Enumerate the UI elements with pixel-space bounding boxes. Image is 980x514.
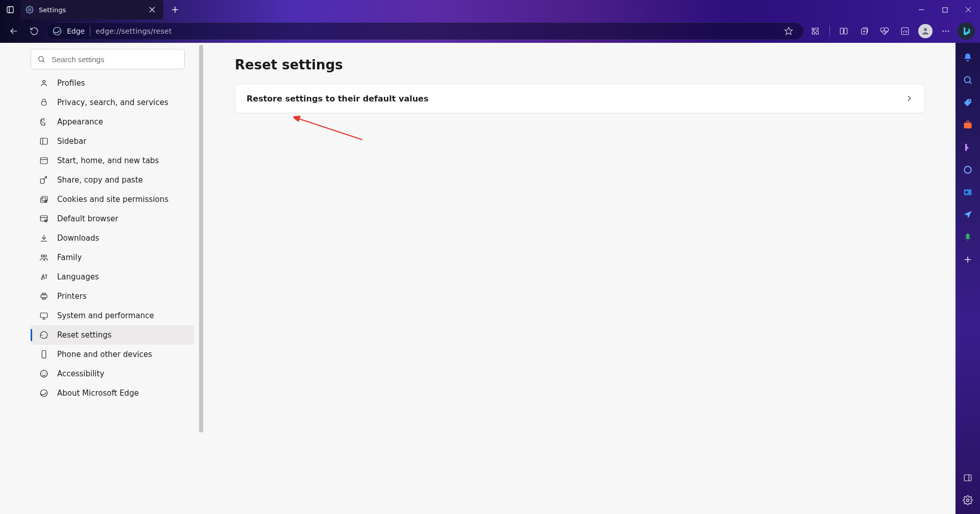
m365-icon [963,165,973,175]
downloads-icon [39,233,49,243]
svg-point-65 [965,191,968,194]
svg-rect-46 [41,295,47,298]
svg-point-61 [969,100,970,101]
window-controls [910,0,980,19]
svg-point-23 [945,31,946,32]
svg-point-45 [44,255,47,258]
nav-item-privacy[interactable]: Privacy, search, and services [31,93,194,112]
nav-item-cookies[interactable]: Cookies and site permissions [31,190,194,209]
arrow-left-icon [9,27,18,36]
nav-item-label: Reset settings [57,330,112,340]
profiles-icon [39,78,49,88]
tab-actions-button[interactable] [0,0,20,19]
sidebar-hide-button[interactable] [961,471,974,484]
nav-item-system[interactable]: System and performance [31,306,194,325]
svg-point-55 [42,373,43,374]
profile-button[interactable] [917,22,934,40]
titlebar: Settings [0,0,980,19]
math-solver-button[interactable]: √x [896,22,914,40]
nav-item-label: System and performance [57,311,154,320]
back-button[interactable] [5,22,22,40]
nav-item-label: Start, home, and new tabs [57,156,159,165]
svg-point-71 [967,499,969,502]
settings-search[interactable] [31,49,185,69]
copilot-button[interactable] [958,22,975,40]
refresh-button[interactable] [26,22,43,40]
split-screen-icon [839,27,848,36]
window-minimize-button[interactable] [910,0,933,19]
svg-rect-8 [943,8,947,12]
sidebar-outlook-button[interactable] [961,186,974,199]
nav-item-printers[interactable]: Printers [31,287,194,306]
nav-item-phone[interactable]: Phone and other devices [31,345,194,364]
sidebar-scrollbar[interactable] [198,43,204,514]
restore-defaults-option[interactable]: Restore settings to their default values [235,84,925,113]
tab-title: Settings [39,6,141,14]
sidebar-games-button[interactable] [961,141,974,154]
browser-tab-settings[interactable]: Settings [20,0,163,19]
sidebar-search-button[interactable] [961,73,974,87]
minimize-icon [918,7,924,13]
languages-icon [39,272,49,282]
extensions-button[interactable] [807,22,824,40]
sidebar-shopping-button[interactable] [961,96,974,109]
nav-item-label: Printers [57,292,87,301]
nav-item-start-home[interactable]: Start, home, and new tabs [31,151,194,170]
nav-item-family[interactable]: Family [31,248,194,267]
nav-item-about[interactable]: About Microsoft Edge [31,383,194,403]
svg-point-27 [43,81,45,83]
tab-close-button[interactable] [146,4,158,16]
sidebar-efficiency-button[interactable] [961,230,974,244]
window-maximize-button[interactable] [933,0,957,19]
split-screen-button[interactable] [835,22,852,40]
browser-essentials-button[interactable] [876,22,893,40]
svg-point-59 [964,76,970,83]
svg-rect-69 [964,475,971,481]
sidebar-notifications-button[interactable] [961,51,974,64]
nav-item-accessibility[interactable]: Accessibility [31,364,194,383]
avatar [918,24,933,38]
more-button[interactable] [937,22,954,40]
nav-item-languages[interactable]: Languages [31,267,194,287]
default-browser-icon [39,214,49,224]
bell-icon [963,53,973,63]
puzzle-icon [811,27,820,36]
favorite-button[interactable] [780,22,797,40]
math-icon: √x [900,27,910,36]
sidebar-tools-button[interactable] [961,118,974,132]
nav-item-label: Downloads [57,234,99,243]
family-icon [39,252,49,263]
svg-rect-30 [40,138,47,144]
settings-search-input[interactable] [52,55,178,64]
nav-item-share-copy[interactable]: Share, copy and paste [31,170,194,190]
restore-defaults-label: Restore settings to their default values [247,94,428,104]
edge-logo-icon [53,27,62,36]
address-bar[interactable]: Edge edge://settings/reset [46,22,804,40]
new-tab-button[interactable] [166,1,184,18]
sidebar-drop-button[interactable] [961,208,974,221]
collections-button[interactable] [855,22,873,40]
nav-item-reset-settings[interactable]: Reset settings [31,325,194,345]
address-url: edge://settings/reset [95,27,172,35]
window-close-button[interactable] [957,0,980,19]
sidebar-settings-button[interactable] [961,494,974,507]
nav-item-downloads[interactable]: Downloads [31,228,194,248]
svg-rect-32 [40,158,47,164]
heart-pulse-icon [880,27,889,36]
nav-item-appearance[interactable]: Appearance [31,112,194,132]
nav-item-label: Accessibility [57,369,104,378]
nav-item-sidebar[interactable]: Sidebar [31,132,194,151]
nav-item-default-browser[interactable]: Default browser [31,209,194,228]
search-icon [37,55,45,63]
scrollbar-thumb[interactable] [199,45,203,432]
nav-item-label: Privacy, search, and services [57,98,168,107]
sidebar-m365-button[interactable] [961,163,974,176]
nav-item-profiles[interactable]: Profiles [31,73,194,93]
refresh-icon [30,27,39,36]
appearance-icon [39,117,49,127]
svg-point-12 [54,28,61,35]
nav-item-label: Languages [57,272,99,281]
nav-item-label: Family [57,253,82,262]
sidebar-add-button[interactable] [961,253,974,266]
nav-item-label: Cookies and site permissions [57,195,168,204]
